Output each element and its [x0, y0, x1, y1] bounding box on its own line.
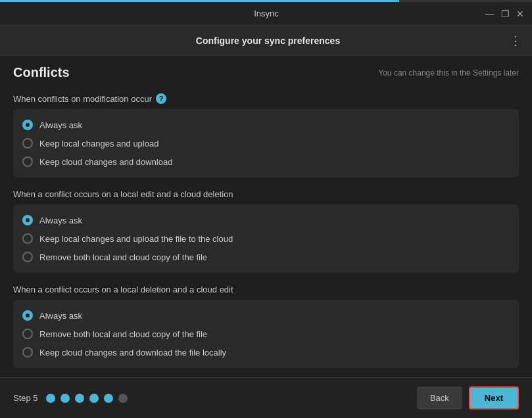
- radio-label-led_always: Always ask: [39, 216, 82, 225]
- radio-lde_always[interactable]: [22, 310, 33, 321]
- radio-mod_cloud[interactable]: [22, 156, 33, 167]
- header-title: Configure your sync preferences: [196, 35, 340, 46]
- options-box-modification: Always askKeep local changes and uploadK…: [13, 109, 519, 177]
- step-indicator: Step 5: [13, 393, 128, 403]
- radio-mod_local[interactable]: [22, 138, 33, 149]
- header: Configure your sync preferences ⋮: [0, 26, 532, 56]
- next-button[interactable]: Next: [469, 386, 519, 409]
- main-content: When conflicts on modification occur?Alw…: [0, 85, 532, 388]
- section-label-local_delete_cloud_edit: When a conflict occurs on a local deleti…: [13, 285, 519, 294]
- radio-label-lde_cloud: Keep cloud changes and download the file…: [39, 348, 226, 358]
- radio-option-lde_always[interactable]: Always ask: [22, 306, 510, 325]
- step-dot-6: [118, 394, 128, 403]
- radio-option-mod_local[interactable]: Keep local changes and upload: [22, 134, 510, 152]
- help-icon-modification[interactable]: ?: [156, 93, 166, 104]
- radio-led_remove[interactable]: [22, 252, 33, 262]
- radio-option-mod_always[interactable]: Always ask: [22, 116, 510, 134]
- radio-label-mod_cloud: Keep cloud changes and download: [39, 157, 172, 167]
- radio-option-lde_remove[interactable]: Remove both local and cloud copy of the …: [22, 325, 510, 343]
- radio-led_local[interactable]: [22, 233, 33, 244]
- close-icon[interactable]: ✕: [516, 9, 524, 18]
- radio-mod_always[interactable]: [22, 120, 33, 130]
- page-title: Conflicts: [13, 65, 70, 80]
- step-dot-4: [89, 394, 99, 403]
- radio-option-mod_cloud[interactable]: Keep cloud changes and download: [22, 152, 510, 171]
- step-dot-2: [60, 394, 70, 403]
- minimize-icon[interactable]: —: [485, 9, 495, 18]
- radio-option-lde_cloud[interactable]: Keep cloud changes and download the file…: [22, 343, 510, 361]
- step-dots: [46, 394, 128, 403]
- radio-option-led_always[interactable]: Always ask: [22, 211, 510, 229]
- radio-label-mod_always: Always ask: [39, 120, 82, 130]
- radio-lde_remove[interactable]: [22, 329, 33, 339]
- options-box-local_edit_cloud_delete: Always askKeep local changes and upload …: [13, 204, 519, 273]
- section-label-local_edit_cloud_delete: When a conflict occurs on a local edit a…: [13, 189, 519, 199]
- window-controls: — ❐ ✕: [485, 9, 524, 18]
- step-label: Step 5: [13, 393, 38, 403]
- radio-label-led_remove: Remove both local and cloud copy of the …: [39, 252, 207, 262]
- header-menu-icon[interactable]: ⋮: [510, 34, 521, 48]
- step-dot-3: [75, 394, 84, 403]
- footer-buttons: Back Next: [417, 386, 519, 409]
- radio-label-lde_always: Always ask: [39, 311, 82, 321]
- titlebar: Insync — ❐ ✕: [0, 2, 532, 26]
- radio-lde_cloud[interactable]: [22, 347, 33, 358]
- radio-label-lde_remove: Remove both local and cloud copy of the …: [39, 329, 207, 339]
- radio-label-led_local: Keep local changes and upload the file t…: [39, 234, 233, 244]
- page-header: Conflicts You can change this in the Set…: [0, 56, 532, 85]
- step-dot-1: [46, 394, 55, 403]
- options-box-local_delete_cloud_edit: Always askRemove both local and cloud co…: [13, 300, 519, 368]
- radio-option-led_local[interactable]: Keep local changes and upload the file t…: [22, 229, 510, 248]
- footer: Step 5 Back Next: [0, 377, 532, 418]
- radio-led_always[interactable]: [22, 215, 33, 225]
- restore-icon[interactable]: ❐: [501, 9, 510, 18]
- page-subtitle: You can change this in the Settings late…: [378, 68, 519, 78]
- radio-label-mod_local: Keep local changes and upload: [39, 139, 158, 149]
- back-button[interactable]: Back: [417, 386, 462, 409]
- app-title: Insync: [47, 9, 485, 18]
- section-label-modification: When conflicts on modification occur?: [13, 93, 519, 104]
- step-dot-5: [104, 394, 113, 403]
- radio-option-led_remove[interactable]: Remove both local and cloud copy of the …: [22, 248, 510, 266]
